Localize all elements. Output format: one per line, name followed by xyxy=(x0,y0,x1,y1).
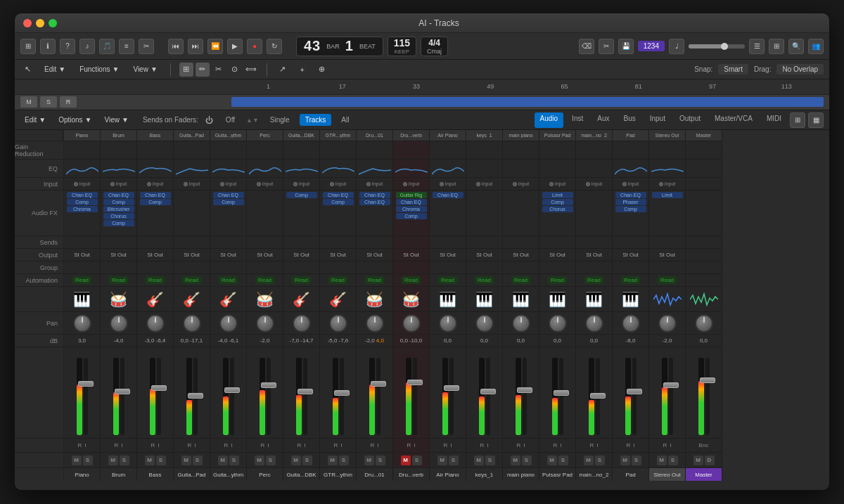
note-button[interactable]: ♪ xyxy=(79,39,95,54)
power-icon[interactable]: ⏻ xyxy=(205,116,213,124)
scissors-button[interactable]: ✂ xyxy=(139,39,154,54)
help-button[interactable]: ? xyxy=(60,39,75,54)
rewind-button[interactable]: ⏮ xyxy=(168,39,184,54)
grid-tool[interactable]: ⊞ xyxy=(179,63,193,77)
pan-knob[interactable] xyxy=(475,314,494,332)
pan-knob[interactable] xyxy=(402,314,421,332)
back-button[interactable]: ⏪ xyxy=(207,39,223,54)
aux-tab[interactable]: Aux xyxy=(592,112,615,128)
drag-value[interactable]: No Overlap xyxy=(776,64,824,75)
minimize-button[interactable] xyxy=(36,19,44,27)
mute-track[interactable]: M xyxy=(20,96,37,108)
position-display[interactable]: 43 BAR 1 BEAT xyxy=(296,37,383,56)
pan-knob[interactable] xyxy=(658,314,677,332)
delete-button[interactable]: ⌫ xyxy=(579,39,594,54)
solo-btn[interactable]: S xyxy=(558,455,568,465)
solo-btn[interactable]: S xyxy=(485,455,495,465)
snap-value[interactable]: Smart xyxy=(718,64,748,75)
key-display-2[interactable]: 1234 xyxy=(638,41,665,51)
pan-knob[interactable] xyxy=(585,314,603,332)
mute-btn[interactable]: M xyxy=(474,455,484,465)
mute-btn[interactable]: M xyxy=(437,455,447,465)
mixer-scroll[interactable]: Gain Reduction EQ Input Audio FX Sends O… xyxy=(15,130,829,490)
pan-knob[interactable] xyxy=(512,314,530,332)
solo-btn[interactable]: S xyxy=(412,455,422,465)
input-tab[interactable]: Input xyxy=(644,112,671,128)
tracks-tab[interactable]: Tracks xyxy=(300,114,332,126)
fast-forward-button[interactable]: ⏭ xyxy=(188,39,203,54)
lcd-button[interactable]: ⊞ xyxy=(20,39,36,54)
fader-handle[interactable] xyxy=(627,389,642,394)
solo-btn[interactable]: S xyxy=(595,455,605,465)
pan-knob[interactable] xyxy=(183,314,201,332)
pan-knob[interactable] xyxy=(366,314,384,332)
maximize-button[interactable] xyxy=(49,19,57,27)
audio-tab[interactable]: Audio xyxy=(535,112,564,128)
play-button[interactable]: ▶ xyxy=(227,39,243,54)
solo-btn[interactable]: S xyxy=(522,455,532,465)
pan-knob[interactable] xyxy=(329,314,347,332)
mixer-view-btn[interactable]: View ▼ xyxy=(101,115,133,125)
master-vca-tab[interactable]: Master/VCA xyxy=(709,112,758,128)
fader-handle[interactable] xyxy=(261,382,276,388)
fader-handle[interactable] xyxy=(444,385,459,391)
cycle-button[interactable]: ↻ xyxy=(267,39,282,54)
mute-btn[interactable]: M xyxy=(255,455,264,465)
fader-handle[interactable] xyxy=(115,389,130,394)
pan-knob[interactable] xyxy=(439,314,457,332)
pan-knob[interactable] xyxy=(219,314,238,332)
flex-tool[interactable]: ⟺ xyxy=(244,63,258,77)
fader-handle[interactable] xyxy=(663,382,679,388)
key-display[interactable]: 4/4 Cmaj xyxy=(421,37,448,56)
disk-button[interactable]: 💾 xyxy=(618,39,634,54)
loop-tool[interactable]: ⊙ xyxy=(228,63,242,77)
fader-handle[interactable] xyxy=(371,381,386,387)
list-view-button[interactable]: ☰ xyxy=(749,39,765,54)
tune-button[interactable]: ♩ xyxy=(669,39,684,54)
mute-btn[interactable]: M xyxy=(584,455,594,465)
view-menu[interactable]: View ▼ xyxy=(129,64,161,75)
fader-handle[interactable] xyxy=(298,389,313,394)
output-tab[interactable]: Output xyxy=(674,112,706,128)
cursor-tool[interactable]: ↖ xyxy=(20,63,34,77)
pan-knob[interactable] xyxy=(695,314,713,332)
add-tool[interactable]: + xyxy=(295,63,309,77)
record-track[interactable]: R xyxy=(60,96,77,108)
solo-btn[interactable]: S xyxy=(376,455,385,465)
pan-knob[interactable] xyxy=(622,314,640,332)
solo-btn[interactable]: S xyxy=(449,455,459,465)
mute-btn[interactable]: M xyxy=(145,455,155,465)
mute-btn[interactable]: M xyxy=(218,455,228,465)
fader-handle[interactable] xyxy=(407,380,423,385)
off-tab[interactable]: Off xyxy=(220,114,241,126)
solo-track[interactable]: S xyxy=(40,96,57,108)
midi-tab[interactable]: MIDI xyxy=(761,112,787,128)
mute-btn[interactable]: M xyxy=(72,455,82,465)
mute-btn[interactable]: M xyxy=(291,455,301,465)
mixer-options-btn[interactable]: Options ▼ xyxy=(54,115,96,125)
mute-btn[interactable]: M xyxy=(364,455,374,465)
fader-handle[interactable] xyxy=(590,393,606,399)
fader-handle[interactable] xyxy=(224,387,240,393)
track-clip[interactable] xyxy=(231,97,824,107)
dim-btn[interactable]: D xyxy=(705,455,715,465)
mute-btn[interactable]: M xyxy=(693,455,703,465)
mute-btn[interactable]: M xyxy=(511,455,520,465)
solo-btn[interactable]: S xyxy=(193,455,203,465)
mute-btn[interactable]: M xyxy=(108,455,118,465)
mix-button[interactable]: ≡ xyxy=(119,39,134,54)
column-view-btn[interactable]: ⊞ xyxy=(790,112,805,128)
pan-knob[interactable] xyxy=(73,314,91,332)
merge-tool[interactable]: ⊕ xyxy=(315,63,329,77)
mute-btn[interactable]: M xyxy=(328,455,338,465)
inst-tab[interactable]: Inst xyxy=(566,112,589,128)
solo-btn[interactable]: S xyxy=(339,455,349,465)
solo-btn[interactable]: S xyxy=(668,455,678,465)
fader-handle[interactable] xyxy=(554,390,569,396)
record-button[interactable]: ● xyxy=(247,39,262,54)
mute-btn[interactable]: M xyxy=(657,455,667,465)
solo-btn[interactable]: S xyxy=(229,455,239,465)
fader-handle[interactable] xyxy=(78,381,94,387)
tempo-display[interactable]: 115 KEEP xyxy=(388,37,416,56)
mute-btn[interactable]: M xyxy=(620,455,630,465)
